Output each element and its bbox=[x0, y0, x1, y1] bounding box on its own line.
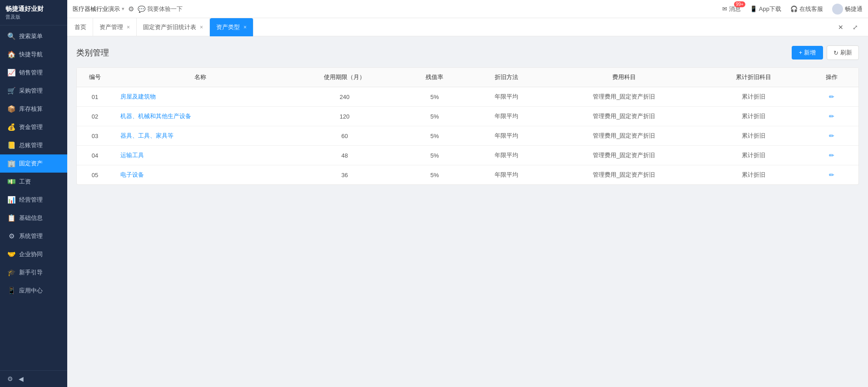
guide-icon: 🎓 bbox=[7, 268, 15, 277]
cell-accumulated: 累计折旧 bbox=[703, 87, 805, 107]
close-tab-button[interactable]: ✕ bbox=[835, 22, 846, 33]
app-download-label: App下载 bbox=[759, 5, 781, 13]
sidebar-item-payroll[interactable]: 💵 工资 bbox=[0, 173, 67, 191]
sidebar-item-label: 经营管理 bbox=[19, 196, 43, 204]
sales-icon: 📈 bbox=[7, 69, 15, 77]
sidebar-item-label: 应用中心 bbox=[19, 287, 43, 295]
collapse-icon[interactable]: ◀ bbox=[19, 375, 24, 382]
sidebar-item-guide[interactable]: 🎓 新手引导 bbox=[0, 263, 67, 282]
sidebar-item-ledger[interactable]: 📒 总账管理 bbox=[0, 136, 67, 154]
user-menu[interactable]: 畅捷通 bbox=[832, 4, 863, 15]
cell-code: 04 bbox=[77, 146, 113, 165]
cell-actions: ✏ bbox=[804, 87, 858, 107]
tab-close-icon[interactable]: × bbox=[127, 24, 130, 30]
company-selector[interactable]: 医疗器械行业演示 ▾ bbox=[73, 5, 124, 13]
online-service-button[interactable]: 🎧 在线客服 bbox=[790, 5, 823, 13]
tabs-bar: 首页资产管理×固定资产折旧统计表×资产类型× ✕ ⤢ bbox=[67, 18, 868, 36]
tab-label: 首页 bbox=[74, 23, 86, 31]
edit-icon[interactable]: ✏ bbox=[829, 113, 834, 120]
sidebar-item-label: 基础信息 bbox=[19, 214, 43, 222]
sidebar-item-capital[interactable]: 💰 资金管理 bbox=[0, 118, 67, 136]
tab-label: 资产类型 bbox=[216, 23, 240, 31]
tab-资产管理[interactable]: 资产管理× bbox=[93, 18, 137, 36]
company-dropdown-icon: ▾ bbox=[122, 6, 124, 12]
edit-icon[interactable]: ✏ bbox=[829, 152, 834, 159]
topbar-gear-icon[interactable]: ⚙ bbox=[128, 5, 134, 13]
tab-资产类型[interactable]: 资产类型× bbox=[210, 18, 253, 36]
cell-name: 机器、机械和其他生产设备 bbox=[113, 107, 288, 126]
sidebar-item-search[interactable]: 🔍 搜索菜单 bbox=[0, 27, 67, 45]
sidebar-item-quicknav[interactable]: 🏠 快捷导航 bbox=[0, 45, 67, 64]
settings-icon[interactable]: ⚙ bbox=[7, 375, 13, 382]
cell-residual: 5% bbox=[402, 126, 467, 146]
app-download-button[interactable]: 📱 App下载 bbox=[750, 5, 781, 13]
cell-period: 60 bbox=[288, 126, 402, 146]
topbar-left: 医疗器械行业演示 ▾ ⚙ 💬 我要体验一下 bbox=[73, 5, 183, 13]
refresh-button[interactable]: ↻ 刷新 bbox=[827, 45, 859, 60]
feedback-button[interactable]: 💬 我要体验一下 bbox=[138, 5, 183, 13]
sidebar-item-app_center[interactable]: 📱 应用中心 bbox=[0, 282, 67, 300]
sidebar-item-label: 工资 bbox=[19, 178, 31, 186]
tab-首页[interactable]: 首页 bbox=[74, 18, 93, 36]
sidebar-item-purchase[interactable]: 🛒 采购管理 bbox=[0, 82, 67, 100]
app-subtitle: 普及版 bbox=[5, 14, 20, 20]
sidebar-item-basic_info[interactable]: 📋 基础信息 bbox=[0, 209, 67, 227]
sidebar-bottom: ⚙ ◀ bbox=[0, 370, 67, 387]
main-content: 医疗器械行业演示 ▾ ⚙ 💬 我要体验一下 ✉ 消息 99+ 📱 App下载 🎧… bbox=[67, 0, 868, 387]
table-row: 04 运输工具 48 5% 年限平均 管理费用_固定资产折旧 累计折旧 ✏ bbox=[77, 146, 858, 165]
quicknav-icon: 🏠 bbox=[7, 50, 15, 59]
cell-name: 电子设备 bbox=[113, 165, 288, 185]
online-service-label: 在线客服 bbox=[799, 5, 823, 13]
sidebar-item-label: 库存核算 bbox=[19, 105, 43, 113]
tab-label: 固定资产折旧统计表 bbox=[143, 23, 196, 31]
company-name: 医疗器械行业演示 bbox=[73, 5, 120, 13]
sidebar-item-fixed_assets[interactable]: 🏢 固定资产 bbox=[0, 154, 67, 173]
user-label: 畅捷通 bbox=[845, 5, 863, 13]
cell-expense: 管理费用_固定资产折旧 bbox=[546, 165, 703, 185]
inventory-icon: 📦 bbox=[7, 105, 15, 113]
cell-period: 36 bbox=[288, 165, 402, 185]
payroll-icon: 💵 bbox=[7, 178, 15, 186]
refresh-icon: ↻ bbox=[833, 50, 838, 56]
cell-code: 05 bbox=[77, 165, 113, 185]
cell-actions: ✏ bbox=[804, 126, 858, 146]
messages-button[interactable]: ✉ 消息 99+ bbox=[722, 5, 741, 13]
table-row: 05 电子设备 36 5% 年限平均 管理费用_固定资产折旧 累计折旧 ✏ bbox=[77, 165, 858, 185]
tab-label: 资产管理 bbox=[99, 23, 123, 31]
col-名称: 名称 bbox=[113, 68, 288, 87]
purchase-icon: 🛒 bbox=[7, 87, 15, 95]
messages-icon: ✉ bbox=[722, 5, 727, 12]
cell-residual: 5% bbox=[402, 165, 467, 185]
tab-close-icon[interactable]: × bbox=[200, 24, 203, 30]
table-row: 01 房屋及建筑物 240 5% 年限平均 管理费用_固定资产折旧 累计折旧 ✏ bbox=[77, 87, 858, 107]
sidebar-item-label: 总账管理 bbox=[19, 141, 43, 149]
sidebar-item-label: 采购管理 bbox=[19, 87, 43, 95]
sidebar-item-inventory[interactable]: 📦 库存核算 bbox=[0, 100, 67, 118]
page-content: 类别管理 + 新增 ↻ 刷新 编号名称使用期限（月）残值率折旧方法费用科目累计折… bbox=[67, 36, 868, 387]
data-table: 编号名称使用期限（月）残值率折旧方法费用科目累计折旧科目操作 01 房屋及建筑物… bbox=[76, 67, 859, 185]
sidebar-item-operations[interactable]: 📊 经营管理 bbox=[0, 191, 67, 209]
ledger-icon: 📒 bbox=[7, 141, 15, 149]
cell-method: 年限平均 bbox=[467, 87, 546, 107]
cell-residual: 5% bbox=[402, 107, 467, 126]
sidebar-item-sales[interactable]: 📈 销售管理 bbox=[0, 64, 67, 82]
cell-period: 240 bbox=[288, 87, 402, 107]
online-service-icon: 🎧 bbox=[790, 5, 798, 12]
feedback-label: 我要体验一下 bbox=[147, 5, 183, 13]
tab-close-icon[interactable]: × bbox=[243, 24, 247, 30]
cell-residual: 5% bbox=[402, 87, 467, 107]
cell-expense: 管理费用_固定资产折旧 bbox=[546, 126, 703, 146]
capital-icon: 💰 bbox=[7, 123, 15, 131]
system-icon: ⚙ bbox=[7, 232, 15, 240]
cell-method: 年限平均 bbox=[467, 107, 546, 126]
sidebar-item-label: 新手引导 bbox=[19, 268, 43, 277]
sidebar-item-system[interactable]: ⚙ 系统管理 bbox=[0, 227, 67, 245]
sidebar-item-enterprise[interactable]: 🤝 企业协同 bbox=[0, 245, 67, 263]
tab-固定资产折旧统计表[interactable]: 固定资产折旧统计表× bbox=[137, 18, 210, 36]
new-button[interactable]: + 新增 bbox=[792, 46, 823, 60]
maximize-button[interactable]: ⤢ bbox=[850, 22, 861, 33]
edit-icon[interactable]: ✏ bbox=[829, 171, 834, 179]
edit-icon[interactable]: ✏ bbox=[829, 93, 834, 100]
edit-icon[interactable]: ✏ bbox=[829, 132, 834, 139]
app-logo: 畅捷通好业财 普及版 bbox=[0, 0, 67, 25]
